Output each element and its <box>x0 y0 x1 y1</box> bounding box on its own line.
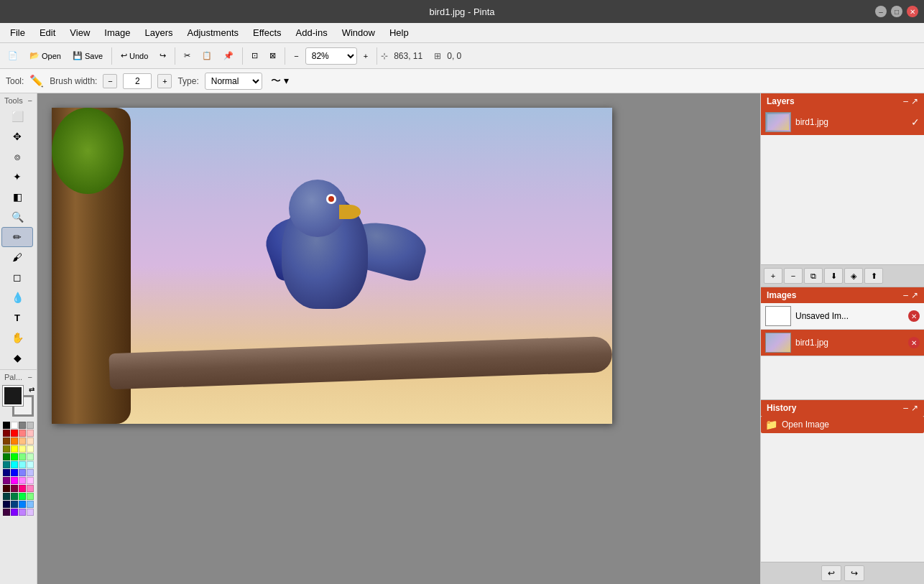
cut-button[interactable]: ✂ <box>179 48 195 63</box>
swatch-palecyan[interactable] <box>27 461 34 468</box>
menu-addins[interactable]: Add-ins <box>289 24 335 41</box>
swatch-black[interactable] <box>3 422 10 429</box>
layers-float-button[interactable]: ↗ <box>911 96 918 106</box>
canvas-image[interactable] <box>52 108 612 424</box>
history-collapse-button[interactable]: – <box>903 403 908 413</box>
menu-file[interactable]: File <box>3 24 32 41</box>
swatch-darkviolet[interactable] <box>3 509 10 516</box>
swatch-blue[interactable] <box>11 469 18 476</box>
tool-lasso[interactable]: ⌾ <box>1 147 33 167</box>
paste-button[interactable]: 📌 <box>218 48 239 63</box>
swatch-lightsky[interactable] <box>27 501 34 508</box>
close-button[interactable]: ✕ <box>907 6 918 17</box>
history-float-button[interactable]: ↗ <box>911 403 918 413</box>
deselect-button[interactable]: ⊠ <box>264 48 281 63</box>
tool-rectangle-select[interactable]: ⬜ <box>1 106 33 126</box>
swatch-yellow[interactable] <box>11 445 18 453</box>
swatch-hotpink[interactable] <box>19 485 26 492</box>
tool-pencil[interactable]: ✏ <box>1 227 33 247</box>
brush-width-decrease[interactable]: − <box>103 74 117 88</box>
swap-colors-icon[interactable]: ⇄ <box>29 386 34 394</box>
crop-button[interactable]: ⊡ <box>246 48 263 63</box>
zoom-out-button[interactable]: − <box>289 49 303 63</box>
swatch-palelavender[interactable] <box>27 509 34 516</box>
swatch-lightgreen[interactable] <box>19 453 26 460</box>
tool-eraser[interactable]: ◻ <box>1 267 33 287</box>
tool-magic-wand[interactable]: ✦ <box>1 167 33 187</box>
swatch-lightcyan[interactable] <box>19 461 26 468</box>
menu-adjustments[interactable]: Adjustments <box>180 24 246 41</box>
redo-button[interactable]: ↪ <box>154 48 171 63</box>
swatch-paleyellow[interactable] <box>27 445 34 453</box>
maximize-button[interactable]: □ <box>891 6 902 17</box>
swatch-verydarknav[interactable] <box>3 501 10 508</box>
swatch-navy[interactable] <box>3 469 10 476</box>
swatch-lightyellow[interactable] <box>19 445 26 453</box>
swatch-lightorange[interactable] <box>19 437 26 445</box>
history-undo-button[interactable]: ↩ <box>821 565 841 581</box>
swatch-darkgreen[interactable] <box>3 453 10 460</box>
palette-collapse[interactable]: − <box>28 373 32 381</box>
swatch-magenta[interactable] <box>11 477 18 484</box>
swatch-purple[interactable] <box>3 477 10 484</box>
menu-view[interactable]: View <box>63 24 97 41</box>
swatch-paleblue[interactable] <box>27 469 34 476</box>
zoom-in-button[interactable]: + <box>359 49 373 63</box>
tools-collapse[interactable]: − <box>28 96 32 105</box>
swatch-verylight-red[interactable] <box>27 430 34 437</box>
merge-down-button[interactable]: ⬇ <box>824 268 843 284</box>
move-up-button[interactable]: ⬆ <box>864 268 883 284</box>
layer-item-bird1[interactable]: bird1.jpg ✓ <box>761 109 924 135</box>
tool-hand[interactable]: ✋ <box>1 328 33 348</box>
images-float-button[interactable]: ↗ <box>911 290 918 300</box>
swatch-green[interactable] <box>11 453 18 460</box>
brush-width-increase[interactable]: + <box>157 74 172 88</box>
swatch-skyblue[interactable] <box>19 501 26 508</box>
new-button[interactable]: 📄 <box>3 48 23 63</box>
fill-layer-button[interactable]: ◈ <box>844 268 863 284</box>
history-redo-button[interactable]: ↪ <box>844 565 864 581</box>
swatch-teal[interactable] <box>3 461 10 468</box>
brush-type-select[interactable]: Normal Flat Round Square <box>205 73 262 90</box>
save-button[interactable]: 💾 Save <box>68 48 108 63</box>
swatch-darkforest[interactable] <box>11 493 18 500</box>
image-item-unsaved[interactable]: Unsaved Im... ✕ <box>761 303 924 330</box>
images-collapse-button[interactable]: – <box>903 290 908 300</box>
open-button[interactable]: 📂 Open <box>24 48 66 63</box>
unsaved-image-close[interactable]: ✕ <box>908 310 920 322</box>
primary-color-swatch[interactable] <box>3 386 23 406</box>
menu-image[interactable]: Image <box>97 24 137 41</box>
tool-paintbrush[interactable]: 🖌 <box>1 247 33 267</box>
image-item-bird1[interactable]: bird1.jpg ✕ <box>761 330 924 356</box>
swatch-palegreen[interactable] <box>27 453 34 460</box>
menu-window[interactable]: Window <box>335 24 382 41</box>
swatch-peach[interactable] <box>27 437 34 445</box>
swatch-mint2[interactable] <box>27 493 34 500</box>
menu-layers[interactable]: Layers <box>137 24 180 41</box>
swatch-cyan[interactable] <box>11 461 18 468</box>
history-item-open[interactable]: 📁 Open Image <box>761 416 924 433</box>
tool-gradient[interactable]: ◧ <box>1 187 33 207</box>
swatch-lightmagenta[interactable] <box>19 477 26 484</box>
swatch-gray[interactable] <box>19 422 26 429</box>
menu-effects[interactable]: Effects <box>246 24 289 41</box>
add-layer-button[interactable]: + <box>764 268 782 284</box>
layers-collapse-button[interactable]: – <box>903 96 908 106</box>
swatch-orange[interactable] <box>11 437 18 445</box>
zoom-select[interactable]: 82% 100% 50% 200% <box>305 47 357 65</box>
swatch-white[interactable] <box>11 422 18 429</box>
canvas-area[interactable] <box>37 93 760 584</box>
swatch-darkpink[interactable] <box>11 485 18 492</box>
tool-zoom[interactable]: 🔍 <box>1 207 33 227</box>
menu-help[interactable]: Help <box>382 24 416 41</box>
swatch-lightblue[interactable] <box>19 469 26 476</box>
undo-button[interactable]: ↩ Undo <box>116 48 153 63</box>
swatch-violet[interactable] <box>11 509 18 516</box>
tool-text[interactable]: T <box>1 307 33 328</box>
swatch-darkteal[interactable] <box>3 493 10 500</box>
swatch-mint[interactable] <box>19 493 26 500</box>
delete-layer-button[interactable]: − <box>784 268 803 284</box>
swatch-lightred[interactable] <box>19 430 26 437</box>
bird1-image-close[interactable]: ✕ <box>908 337 920 348</box>
minimize-button[interactable]: – <box>875 6 887 17</box>
